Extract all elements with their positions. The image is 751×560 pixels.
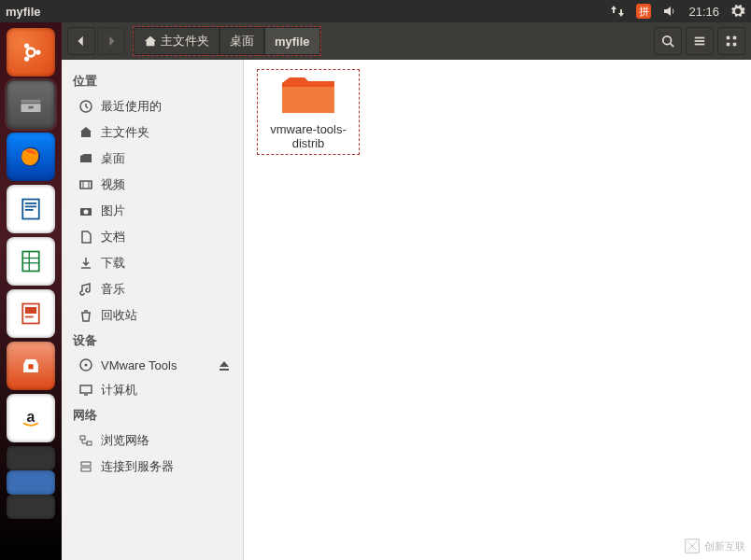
folder-icon [278,74,338,119]
sidebar-item-label: 主文件夹 [101,124,149,141]
launcher-trash[interactable] [7,495,55,519]
sidebar-item-downloads[interactable]: 下载 [62,250,243,276]
sidebar-section-devices: 设备 [62,329,243,353]
launcher-calc[interactable] [7,237,55,286]
sidebar-item-home[interactable]: 主文件夹 [62,119,243,146]
sidebar-item-label: 音乐 [101,281,125,298]
svg-rect-29 [80,181,92,189]
sidebar-item-label: 连接到服务器 [101,458,174,475]
svg-rect-24 [727,36,730,40]
svg-point-0 [27,49,35,57]
search-button[interactable] [654,27,682,55]
crumb-home-label: 主文件夹 [161,33,209,49]
folder-item[interactable]: vmware-tools-distrib [257,69,360,155]
svg-point-1 [35,49,40,54]
svg-point-31 [84,210,89,215]
nav-back-button[interactable] [67,27,95,55]
svg-rect-21 [695,37,705,39]
svg-point-33 [85,364,88,367]
trash-icon [78,308,93,323]
svg-rect-22 [695,40,705,42]
launcher-settings[interactable] [7,446,55,470]
sidebar-item-connect-server[interactable]: 连接到服务器 [62,454,243,480]
gear-icon[interactable] [730,4,745,19]
sidebar-item-computer[interactable]: 计算机 [62,377,243,403]
breadcrumb: 主文件夹 桌面 myfile [133,26,321,56]
video-icon [78,177,93,192]
system-indicators: 拼 21:16 [610,4,745,19]
svg-point-2 [24,43,29,48]
svg-rect-27 [733,43,737,47]
launcher-amazon[interactable]: a [7,394,55,442]
svg-rect-4 [21,100,41,104]
sidebar-item-pictures[interactable]: 图片 [62,198,243,224]
launcher-writer[interactable] [7,185,55,233]
launcher-ubuntu[interactable] [7,28,55,77]
unity-launcher: a [0,22,62,560]
svg-rect-12 [22,252,39,272]
svg-rect-6 [28,106,33,109]
svg-rect-26 [727,43,730,47]
svg-text:a: a [27,409,35,425]
sidebar-item-label: 下载 [101,255,125,272]
svg-rect-9 [25,203,36,204]
folder-label: vmware-tools-distrib [262,122,355,150]
crumb-current-label: myfile [275,35,310,49]
sidebar-item-label: 文档 [101,229,125,245]
menu-button[interactable] [686,27,714,55]
svg-rect-38 [81,468,91,471]
svg-rect-34 [80,385,92,393]
cd-icon [78,357,93,372]
connect-icon [78,459,93,474]
svg-rect-25 [733,36,737,40]
sidebar-item-video[interactable]: 视频 [62,172,243,198]
watermark: 创新互联 [684,538,745,554]
crumb-desktop[interactable]: 桌面 [220,27,264,55]
music-icon [78,282,93,297]
sidebar-item-browse-network[interactable]: 浏览网络 [62,427,243,454]
view-grid-button[interactable] [717,27,745,55]
clock-icon [78,99,93,114]
sidebar-item-label: 最近使用的 [101,98,162,115]
camera-icon [78,203,93,218]
sidebar-item-label: VMware Tools [101,358,177,372]
crumb-desktop-label: 桌面 [230,33,254,49]
sidebar-item-trash[interactable]: 回收站 [62,302,243,329]
crumb-current[interactable]: myfile [264,27,320,55]
sidebar-item-label: 视频 [101,176,125,193]
network-icon[interactable] [610,4,625,19]
sidebar-item-vmtools[interactable]: VMware Tools [62,353,243,377]
file-manager-window: 主文件夹 桌面 myfile 位置 最近使用的 主文件夹 桌面 视频 图片 文档… [62,22,751,560]
crumb-home[interactable]: 主文件夹 [134,27,220,55]
nav-forward-button[interactable] [97,27,125,55]
sidebar-section-network: 网络 [62,403,243,427]
sidebar-item-desktop[interactable]: 桌面 [62,146,243,172]
sidebar-item-label: 回收站 [101,307,137,324]
svg-rect-17 [25,307,36,314]
desktop-icon [78,151,93,166]
sidebar-item-recent[interactable]: 最近使用的 [62,93,243,119]
launcher-impress[interactable] [7,289,55,338]
launcher-software[interactable] [7,342,55,390]
svg-point-3 [24,56,29,61]
launcher-files[interactable] [7,80,55,129]
ime-indicator[interactable]: 拼 [636,4,651,19]
file-view[interactable]: vmware-tools-distrib 创新互联 [244,60,751,560]
clock-text[interactable]: 21:16 [688,5,719,19]
home-icon [78,125,93,140]
eject-icon[interactable] [217,357,232,372]
sidebar-item-label: 图片 [101,203,125,219]
sidebar-item-label: 计算机 [101,382,137,399]
launcher-disc[interactable] [7,470,55,495]
volume-icon[interactable] [662,4,677,19]
sidebar-item-documents[interactable]: 文档 [62,224,243,250]
svg-point-20 [663,36,672,45]
launcher-firefox[interactable] [7,133,55,181]
places-sidebar: 位置 最近使用的 主文件夹 桌面 视频 图片 文档 下载 音乐 回收站 设备 V… [62,60,244,560]
svg-rect-11 [25,209,34,211]
network-icon [78,433,93,448]
sidebar-item-music[interactable]: 音乐 [62,276,243,302]
svg-rect-35 [80,436,85,440]
top-panel: myfile 拼 21:16 [0,0,751,22]
svg-rect-10 [25,206,36,208]
